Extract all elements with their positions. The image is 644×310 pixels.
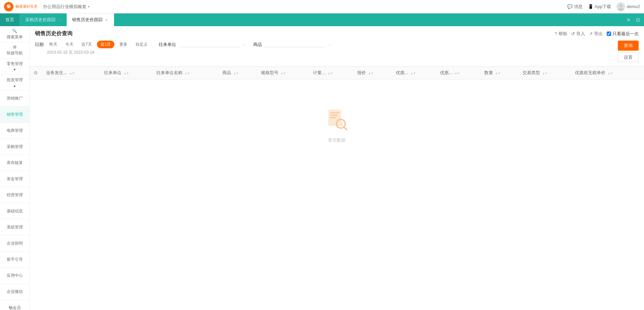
tab-sales-label: 销售历史价跟踪 bbox=[72, 17, 103, 23]
column-quote[interactable]: 报价 ▲▼ bbox=[353, 66, 392, 80]
tab-actions: ✕ ⊡ bbox=[625, 16, 644, 24]
column-discount1[interactable]: 优惠... ▲▼ bbox=[392, 66, 436, 80]
restore-window-button[interactable]: ⊡ bbox=[635, 16, 641, 24]
tab-purchase-label: 采购历史价跟踪 bbox=[25, 17, 56, 23]
sidebar-item-operations[interactable]: 经营管理 bbox=[0, 187, 29, 203]
column-partner-code[interactable]: 往来单位 ▲▼ bbox=[100, 66, 152, 80]
user-name: demo2 bbox=[627, 4, 640, 9]
sort-arrows-spec: ▲▼ bbox=[280, 72, 286, 75]
import-button[interactable]: ↺ 导入 bbox=[571, 31, 585, 37]
column-spec[interactable]: 规格型号 ▲▼ bbox=[257, 66, 309, 80]
date-more-button[interactable]: 更多 bbox=[116, 41, 130, 48]
close-tab-button[interactable]: ✕ bbox=[625, 16, 632, 24]
export-button[interactable]: ↗ 导出 bbox=[589, 31, 603, 37]
sidebar-item-app-center[interactable]: 应用中心 bbox=[0, 268, 29, 284]
sidebar-item-quick-nav[interactable]: ⊞ 快捷导航 bbox=[0, 42, 29, 58]
tab-home[interactable]: 首页 bbox=[0, 13, 20, 26]
sidebar-item-wechat[interactable]: 企业微信 bbox=[0, 284, 29, 300]
product-picker-button[interactable]: ... bbox=[328, 42, 331, 46]
column-pre-tax-price[interactable]: 优惠前无税单价 ▲▼ bbox=[571, 66, 644, 80]
data-table: ⚙ 业务发生... ▲▼ 往来单位 ▲▼ 往来单位名称 ▲▼ bbox=[30, 66, 644, 80]
tab-sales-history[interactable]: 销售历史价跟踪 × bbox=[67, 13, 114, 26]
table-container: ⚙ 业务发生... ▲▼ 往来单位 ▲▼ 往来单位名称 ▲▼ bbox=[30, 66, 644, 310]
nav-icon: ⊞ bbox=[13, 45, 16, 49]
filter-area: 日期 昨天 今天 近7天 近1月 更多 自定义 2023-02-18 至 202… bbox=[35, 41, 639, 66]
sidebar-item-sales-mgmt[interactable]: 销售管理 bbox=[0, 107, 29, 123]
svg-line-7 bbox=[344, 127, 347, 130]
query-button[interactable]: 查询 bbox=[618, 41, 639, 51]
help-button[interactable]: ? 帮助 bbox=[555, 31, 567, 37]
tab-sales-close[interactable]: × bbox=[105, 17, 108, 22]
sort-arrows-pre-tax-price: ▲▼ bbox=[608, 72, 613, 75]
date-filter-label: 日期 bbox=[35, 42, 44, 48]
sidebar-item-marketing[interactable]: 营销推广 bbox=[0, 91, 29, 107]
sort-arrows-unit: ▲▼ bbox=[328, 72, 333, 75]
date-last1month-button[interactable]: 近1月 bbox=[97, 41, 115, 48]
svg-point-8 bbox=[338, 121, 343, 126]
gear-icon[interactable]: ⚙ bbox=[34, 70, 38, 75]
column-unit[interactable]: 计量... ▲▼ bbox=[309, 66, 353, 80]
column-partner-name[interactable]: 往来单位名称 ▲▼ bbox=[152, 66, 218, 80]
product-filter-group: 商品 ... bbox=[253, 41, 331, 48]
sidebar-item-guide[interactable]: 新手引导 bbox=[0, 252, 29, 268]
only-last-toggle[interactable]: 只看最后一次 bbox=[607, 31, 639, 37]
date-custom-button[interactable]: 自定义 bbox=[132, 41, 151, 48]
sidebar-item-finance[interactable]: 资金管理 bbox=[0, 171, 29, 187]
svg-point-0 bbox=[619, 4, 623, 7]
partner-filter-group: 往来单位 ... bbox=[159, 41, 245, 48]
sort-arrows-quote: ▲▼ bbox=[368, 72, 374, 75]
chevron-down-icon: ▼ bbox=[13, 68, 16, 71]
chevron-down-icon: ▾ bbox=[88, 5, 90, 8]
partner-picker-button[interactable]: ... bbox=[242, 42, 245, 46]
partner-input[interactable] bbox=[179, 41, 239, 47]
sidebar-item-wholesale[interactable]: 批发管理 ▲ bbox=[0, 74, 29, 91]
only-last-checkbox-input[interactable] bbox=[607, 32, 611, 36]
query-button-area: 查询 设置 bbox=[618, 41, 639, 62]
sidebar-item-inventory[interactable]: 库存核算 bbox=[0, 155, 29, 171]
column-discount2[interactable]: 优惠... ▲▼ bbox=[436, 66, 480, 80]
content-area: 销售历史价查询 ? 帮助 ↺ 导入 ↗ 导出 bbox=[30, 26, 644, 310]
date-last7days-button[interactable]: 近7天 bbox=[78, 41, 95, 48]
message-button[interactable]: 💬 消息 bbox=[567, 4, 583, 10]
column-quantity[interactable]: 数量 ▲▼ bbox=[480, 66, 519, 80]
product-input[interactable] bbox=[265, 41, 325, 47]
sort-arrows-biz-date: ▲▼ bbox=[69, 72, 74, 75]
column-product[interactable]: 商品 ▲▼ bbox=[218, 66, 257, 80]
date-options: 昨天 今天 近7天 近1月 更多 自定义 2023-02-18 至 2023-0… bbox=[46, 41, 151, 55]
tab-home-label: 首页 bbox=[5, 17, 14, 23]
app-selector[interactable]: 办公用品行业模拟账套 ▾ bbox=[40, 4, 92, 10]
download-icon: 📱 bbox=[588, 4, 593, 9]
tab-purchase-history[interactable]: 采购历史价跟踪 × bbox=[20, 13, 67, 26]
sidebar-item-ecommerce[interactable]: 电商管理 bbox=[0, 123, 29, 139]
sidebar-item-enterprise[interactable]: 企业协同 bbox=[0, 236, 29, 252]
sidebar-item-search[interactable]: 🔍 搜索菜单 bbox=[0, 26, 29, 42]
logo-icon: 畅 bbox=[4, 2, 13, 11]
app-download-button[interactable]: 📱 App下载 bbox=[588, 4, 611, 10]
product-input-group: ... bbox=[265, 41, 331, 47]
search-icon: 🔍 bbox=[12, 29, 17, 33]
avatar bbox=[616, 2, 625, 11]
settings-button[interactable]: 设置 bbox=[618, 53, 639, 62]
date-today-button[interactable]: 今天 bbox=[62, 41, 76, 48]
sidebar: 🔍 搜索菜单 ⊞ 快捷导航 零售管理 ▼ 批发管理 ▲ 营销推广 销售管理 电商… bbox=[0, 26, 30, 310]
page-actions: ? 帮助 ↺ 导入 ↗ 导出 只看最后一次 bbox=[555, 31, 639, 37]
sidebar-item-member[interactable]: 畅会员 bbox=[0, 300, 29, 310]
date-yesterday-button[interactable]: 昨天 bbox=[46, 41, 60, 48]
column-trade-type[interactable]: 交易类型 ▲▼ bbox=[519, 66, 571, 80]
user-menu-button[interactable]: demo2 bbox=[616, 2, 640, 11]
column-gear[interactable]: ⚙ bbox=[30, 66, 42, 80]
top-header: 畅 畅捷通好生意 办公用品行业模拟账套 ▾ 💬 消息 📱 App下载 demo2 bbox=[0, 0, 644, 13]
sidebar-item-basic-info[interactable]: 基础信息 bbox=[0, 203, 29, 219]
header-right: 💬 消息 📱 App下载 demo2 bbox=[567, 2, 640, 11]
chevron-up-icon: ▲ bbox=[13, 84, 16, 88]
sidebar-item-retail[interactable]: 零售管理 ▼ bbox=[0, 58, 29, 74]
sort-arrows-quantity: ▲▼ bbox=[495, 72, 500, 75]
sort-arrows-discount2: ▲▼ bbox=[454, 72, 460, 75]
sidebar-item-purchase[interactable]: 采购管理 bbox=[0, 139, 29, 155]
date-filter-group: 日期 昨天 今天 近7天 近1月 更多 自定义 2023-02-18 至 202… bbox=[35, 41, 151, 55]
tab-purchase-close[interactable]: × bbox=[58, 17, 61, 22]
sidebar-item-system[interactable]: 系统管理 bbox=[0, 219, 29, 236]
message-icon: 💬 bbox=[567, 4, 573, 9]
column-biz-date[interactable]: 业务发生... ▲▼ bbox=[42, 66, 100, 80]
export-icon: ↗ bbox=[589, 31, 593, 36]
